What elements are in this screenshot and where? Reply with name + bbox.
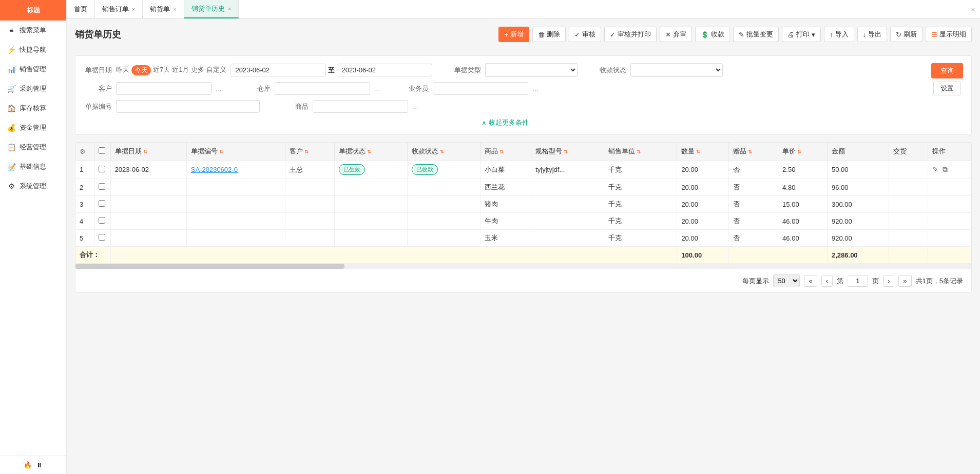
salesperson-ellipsis-btn[interactable]: ... — [532, 85, 539, 93]
basic-info-icon: 📝 — [7, 163, 15, 171]
sidebar-item-finance-mgmt[interactable]: 💰 资金管理 — [0, 118, 66, 137]
price-sort-icon: ⇅ — [797, 149, 801, 154]
th-unit[interactable]: 销售单位 ⇅ — [604, 143, 677, 161]
next-page-button[interactable]: › — [883, 275, 894, 287]
export-button[interactable]: ↓ 导出 — [857, 27, 888, 42]
settings-icon[interactable]: ⚙ — [80, 148, 86, 155]
doc-type-select[interactable] — [485, 63, 578, 77]
warehouse-input[interactable] — [275, 82, 370, 95]
copy-icon[interactable]: ⧉ — [943, 165, 948, 174]
sidebar-item-operations-mgmt[interactable]: 📋 经营管理 — [0, 137, 66, 157]
row-check-1[interactable] — [94, 161, 110, 179]
shortcut-1month[interactable]: 近1月 — [172, 65, 189, 75]
date-shortcuts: 昨天 今天 近7天 近1月 更多 自定义 — [116, 65, 226, 75]
th-qty[interactable]: 数量 ⇅ — [677, 143, 729, 161]
delete-button[interactable]: 🗑 删除 — [532, 27, 566, 42]
tab-sales-goods-history-close[interactable]: × — [228, 6, 231, 12]
th-customer[interactable]: 客户 ⇅ — [285, 143, 334, 161]
th-gift[interactable]: 赠品 ⇅ — [729, 143, 778, 161]
show-detail-icon: ☰ — [931, 31, 937, 38]
summary-total-amount: 2,286.00 — [827, 247, 889, 264]
unit-sort-icon: ⇅ — [637, 149, 641, 154]
abandon-button[interactable]: ✕ 弃审 — [660, 27, 692, 42]
query-button[interactable]: 查询 — [931, 63, 963, 78]
salesperson-input[interactable] — [433, 82, 528, 95]
sidebar-item-basic-info[interactable]: 📝 基础信息 — [0, 157, 66, 176]
batch-change-button[interactable]: ✎ 批量变更 — [733, 27, 779, 42]
date-to-input[interactable] — [337, 64, 432, 76]
sidebar-pause-icon[interactable]: ⏸ — [36, 461, 43, 469]
first-page-button[interactable]: « — [804, 275, 817, 287]
date-from-input[interactable] — [230, 64, 326, 76]
current-page-input[interactable] — [848, 275, 868, 287]
sidebar-item-label: 搜索菜单 — [20, 26, 46, 35]
goods-ellipsis-btn[interactable]: ... — [412, 103, 418, 111]
customer-ellipsis-btn[interactable]: ... — [216, 85, 222, 93]
audit-button[interactable]: ✓ 审核 — [569, 27, 601, 42]
print-button[interactable]: 🖨 打印 ▾ — [782, 27, 821, 42]
shortcut-more[interactable]: 更多 — [191, 65, 204, 75]
customer-input[interactable] — [116, 82, 212, 95]
horizontal-scrollbar[interactable] — [75, 264, 971, 269]
total-records: 共1页，5条记录 — [916, 276, 963, 286]
customer-sort-icon: ⇅ — [304, 149, 309, 154]
sidebar-item-label: 采购管理 — [20, 84, 46, 93]
th-checkbox[interactable] — [94, 143, 110, 161]
tab-bar-close[interactable]: × — [971, 5, 980, 14]
shortcut-today[interactable]: 今天 — [131, 65, 151, 75]
tab-home[interactable]: 首页 — [67, 0, 95, 18]
scrollbar-thumb[interactable] — [75, 264, 344, 269]
select-all-checkbox[interactable] — [99, 147, 105, 154]
shortcut-yesterday[interactable]: 昨天 — [116, 65, 129, 75]
th-goods[interactable]: 商品 ⇅ — [480, 143, 531, 161]
tab-sales-order-close[interactable]: × — [132, 6, 135, 12]
collect-button[interactable]: 💲 收款 — [695, 27, 730, 42]
prev-page-button[interactable]: ‹ — [821, 275, 833, 287]
tab-sales-goods-history[interactable]: 销货单历史 × — [184, 0, 239, 18]
show-detail-button[interactable]: ☰ 显示明细 — [926, 27, 972, 42]
tab-sales-order[interactable]: 销售订单 × — [95, 0, 143, 18]
inventory-calc-icon: 🏠 — [7, 104, 15, 112]
sidebar-item-search-menu[interactable]: ≡ 搜索菜单 — [0, 21, 66, 40]
goods-label: 商品 — [280, 102, 309, 111]
add-button[interactable]: + 新增 — [498, 27, 529, 42]
tab-sales-goods[interactable]: 销货单 × — [143, 0, 184, 18]
shortcut-custom[interactable]: 自定义 — [206, 65, 226, 75]
doc-no-input[interactable] — [116, 100, 260, 113]
th-spec[interactable]: 规格型号 ⇅ — [531, 143, 604, 161]
sidebar-item-inventory-calc[interactable]: 🏠 库存核算 — [0, 98, 66, 118]
row-doc-no-1[interactable]: SA-20230602-0 — [186, 161, 285, 179]
warehouse-ellipsis-btn[interactable]: ... — [374, 85, 380, 93]
th-doc-status[interactable]: 单据状态 ⇅ — [334, 143, 407, 161]
refresh-button[interactable]: ↻ 刷新 — [890, 27, 923, 42]
date-range: 至 — [230, 64, 432, 76]
collapse-btn[interactable]: ∧ 收起更多条件 — [84, 118, 926, 127]
last-page-button[interactable]: » — [898, 275, 911, 287]
page-size-select[interactable]: 50 100 200 — [773, 274, 800, 287]
goods-input[interactable] — [313, 100, 408, 113]
tab-sales-goods-close[interactable]: × — [173, 6, 176, 12]
table-row: 1 2023-06-02 SA-20230602-0 王总 已生效 已收款 小白… — [75, 161, 971, 179]
th-doc-no[interactable]: 单据编号 ⇅ — [186, 143, 285, 161]
sidebar-item-sales-mgmt[interactable]: 📊 销售管理 — [0, 60, 66, 79]
import-button[interactable]: ↑ 导入 — [824, 27, 854, 42]
sidebar-item-label: 基础信息 — [20, 162, 46, 171]
edit-icon[interactable]: ✎ — [932, 165, 938, 174]
set-button[interactable]: 设置 — [933, 82, 961, 95]
toolbar: + 新增 🗑 删除 ✓ 审核 ✓ 审核并打印 ✕ 弃审 — [498, 27, 972, 42]
audit-print-button[interactable]: ✓ 审核并打印 — [604, 27, 657, 42]
tab-bar: 首页 销售订单 × 销货单 × 销货单历史 × × — [67, 0, 980, 18]
sidebar-fire-icon[interactable]: 🔥 — [24, 461, 32, 469]
doc-no-label: 单据编号 — [84, 102, 112, 111]
sidebar-item-quick-nav[interactable]: ⚡ 快捷导航 — [0, 40, 66, 60]
th-doc-date[interactable]: 单据日期 ⇅ — [110, 143, 186, 161]
th-payment-status[interactable]: 收款状态 ⇅ — [407, 143, 480, 161]
sidebar-item-system-mgmt[interactable]: ⚙ 系统管理 — [0, 176, 66, 196]
sidebar-item-label: 快捷导航 — [20, 45, 46, 54]
row-goods-5: 玉米 — [480, 230, 531, 247]
th-settings[interactable]: ⚙ — [75, 143, 94, 161]
shortcut-7days[interactable]: 近7天 — [153, 65, 170, 75]
payment-status-select[interactable] — [630, 63, 723, 77]
sidebar-item-purchase-mgmt[interactable]: 🛒 采购管理 — [0, 79, 66, 98]
th-price[interactable]: 单价 ⇅ — [778, 143, 828, 161]
